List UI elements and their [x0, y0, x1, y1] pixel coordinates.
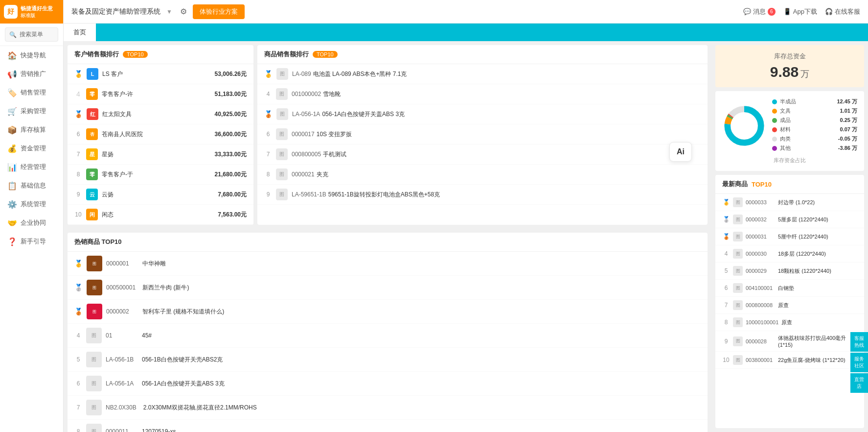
logo-text: 畅捷通好生意 标准版 — [21, 5, 53, 18]
avatar: L — [87, 68, 98, 80]
rank-number: 4 — [74, 90, 82, 98]
sidebar-item-inventory[interactable]: 📦 库存核算 — [0, 120, 63, 139]
list-item: 7 图 NB2.0X30B 2.0X30MM双搓花轴,搓花直径2.1MM/ROH… — [68, 396, 708, 420]
direct-store-btn[interactable]: 直营 店 — [850, 373, 868, 393]
hot-products-header: 热销商品 TOP10 — [68, 233, 708, 252]
message-badge: 6 — [768, 8, 776, 16]
list-item: 6 图 004100001 白钢垫 — [715, 280, 864, 297]
product-thumbnail: 图 — [87, 256, 102, 271]
list-item: 🥉 图 0000031 5厘中纤 (1220*2440) — [715, 228, 864, 245]
product-thumbnail: 图 — [86, 424, 102, 432]
customer-rank-panel: 客户销售额排行 TOP10 🥇 L LS 客户 53,006.26元 4 零 零… — [68, 45, 253, 225]
customer-service-btn[interactable]: 客服 热线 — [850, 332, 868, 352]
rank-number: 6 — [74, 131, 82, 138]
list-item: 6 图 LA-056-1A 056-1A白色按键开关盖ABS 3克 — [68, 372, 708, 396]
legend-dot — [772, 137, 777, 142]
chart-area: 半成品 12.45 万 文具 1.01 万 成品 0.25 万 — [722, 98, 857, 154]
rank-number: 9 — [264, 191, 272, 198]
product-thumbnail: 图 — [86, 352, 102, 367]
product-icon: 图 — [276, 88, 288, 100]
hot-products-section: 热销商品 TOP10 🥇 图 0000001 中华神雕 🥈 图 — [64, 229, 711, 432]
rank-number: 7 — [264, 151, 272, 158]
list-item: 🥈 图 000500001 新西兰牛肉 (新牛) — [68, 276, 708, 300]
table-row: 4 图 001000002雪地靴 — [257, 84, 708, 104]
sidebar-item-guide[interactable]: ❓ 新手引导 — [0, 232, 63, 251]
sidebar-item-quick-nav[interactable]: 🏠 快捷导航 — [0, 46, 63, 65]
product-icon: 图 — [276, 189, 288, 200]
service-community-btn[interactable]: 服务 社区 — [850, 353, 868, 372]
rank-number: 8 — [264, 171, 272, 178]
hot-products-title: 热销商品 TOP10 — [74, 238, 122, 246]
list-item: 5 图 0000029 18颗粒板 (1220*2440) — [715, 263, 864, 280]
rank-number: 6 — [264, 131, 272, 138]
system-icon: ⚙️ — [8, 200, 17, 209]
product-icon: 图 — [733, 197, 743, 207]
sidebar-item-basic-info[interactable]: 📋 基础信息 — [0, 176, 63, 195]
topbar: 装备及固定资产辅助管理系统 ▼ ⚙ 体验行业方案 💬 消息 6 📱 App下载 … — [64, 0, 868, 24]
product-icon: 图 — [733, 249, 743, 259]
sidebar-search: 🔍 搜索菜单 — [0, 24, 63, 46]
sidebar-item-enterprise[interactable]: 🤝 企业协同 — [0, 214, 63, 232]
latest-products-panel: 最新商品 TOP10 🥇 图 0000033 封边带 (1.0*22) 🥈 图 … — [715, 175, 864, 428]
legend-item: 文具 1.01 万 — [772, 107, 857, 115]
table-row: 10 闲 闲态 7,563.00元 — [68, 205, 253, 225]
table-row: 🥉 红 红太阳文具 40,925.00元 — [68, 104, 253, 124]
sidebar-nav: 🏠 快捷导航 📢 营销推广 🏷️ 销售管理 🛒 采购管理 📦 库存核算 💰 资金… — [0, 46, 63, 432]
list-item: 🥇 图 0000001 中华神雕 — [68, 252, 708, 276]
table-row: 🥇 图 LA-089电池盖 LA-089 ABS本色+黑种 7.1克 — [257, 64, 708, 84]
sidebar-item-purchase[interactable]: 🛒 采购管理 — [0, 102, 63, 120]
avatar: 云 — [86, 189, 98, 200]
table-row: 9 云 云扬 7,680.00元 — [68, 185, 253, 205]
sidebar-item-finance[interactable]: 💰 资金管理 — [0, 139, 63, 158]
dropdown-arrow-icon[interactable]: ▼ — [166, 8, 172, 15]
app-download-btn[interactable]: 📱 App下载 — [783, 7, 817, 16]
rank-number: 8 — [74, 428, 82, 432]
search-menu-button[interactable]: 🔍 搜索菜单 — [5, 27, 58, 42]
sidebar-item-sales[interactable]: 🏷️ 销售管理 — [0, 83, 63, 102]
legend-item: 其他 -3.86 万 — [772, 144, 857, 152]
table-row: 4 零 零售客户-许 51,183.00元 — [68, 84, 253, 104]
phone-icon: 📱 — [783, 8, 791, 15]
chart-footer: 库存资金占比 — [722, 157, 857, 164]
tab-home[interactable]: 首页 — [64, 24, 96, 41]
table-row: 8 图 0000021夹克 — [257, 165, 708, 185]
latest-products-header: 最新商品 TOP10 — [715, 175, 864, 194]
legend-dot — [772, 109, 777, 114]
topbar-right: 💬 消息 6 📱 App下载 🎧 在线客服 — [743, 7, 860, 16]
customer-rank-badge: TOP10 — [123, 51, 148, 58]
inventory-total-unit: 万 — [800, 68, 809, 80]
avatar: 红 — [87, 108, 98, 120]
sidebar-item-marketing[interactable]: 📢 营销推广 — [0, 65, 63, 83]
product-rank-panel: 商品销售额排行 TOP10 🥇 图 LA-089电池盖 LA-089 ABS本色… — [257, 45, 708, 225]
product-thumbnail: 图 — [86, 400, 102, 415]
avatar: 杏 — [86, 128, 98, 140]
product-rank-header: 商品销售额排行 TOP10 — [257, 45, 708, 64]
table-row: 7 星 星扬 33,333.00元 — [68, 144, 253, 165]
online-service-btn[interactable]: 🎧 在线客服 — [825, 7, 860, 16]
message-btn[interactable]: 💬 消息 6 — [743, 7, 776, 16]
rank-number: 8 — [722, 319, 730, 326]
table-row: 9 图 LA-59651-1B59651-1B旋转投影灯电池盒ABS黑色+58克 — [257, 185, 708, 205]
rank-number: 10 — [74, 211, 82, 218]
donut-chart — [722, 104, 766, 148]
inventory-icon: 📦 — [8, 125, 17, 134]
rank-number: 9 — [722, 338, 730, 345]
main-container: 装备及固定资产辅助管理系统 ▼ ⚙ 体验行业方案 💬 消息 6 📱 App下载 … — [64, 0, 868, 432]
headset-icon: 🎧 — [825, 8, 833, 15]
legend-dot — [772, 99, 777, 104]
rank-number: 🥉 — [722, 233, 730, 240]
sidebar-item-operation[interactable]: 📊 经营管理 — [0, 158, 63, 176]
hot-products-panel: 热销商品 TOP10 🥇 图 0000001 中华神雕 🥈 图 — [68, 233, 708, 432]
rank-number: 4 — [722, 250, 730, 257]
ai-card[interactable]: Ai — [669, 142, 692, 162]
product-icon: 图 — [733, 283, 743, 293]
sidebar-item-system[interactable]: ⚙️ 系统管理 — [0, 195, 63, 214]
main-content: 客户销售额排行 TOP10 🥇 L LS 客户 53,006.26元 4 零 零… — [64, 41, 868, 432]
sidebar-logo: 好 畅捷通好生意 标准版 — [0, 0, 63, 24]
rank-number: 7 — [74, 151, 82, 158]
product-icon: 图 — [733, 300, 743, 310]
trial-btn[interactable]: 体验行业方案 — [193, 4, 245, 19]
svg-point-5 — [732, 114, 756, 138]
settings-icon[interactable]: ⚙ — [180, 7, 187, 16]
avatar: 零 — [86, 168, 98, 180]
